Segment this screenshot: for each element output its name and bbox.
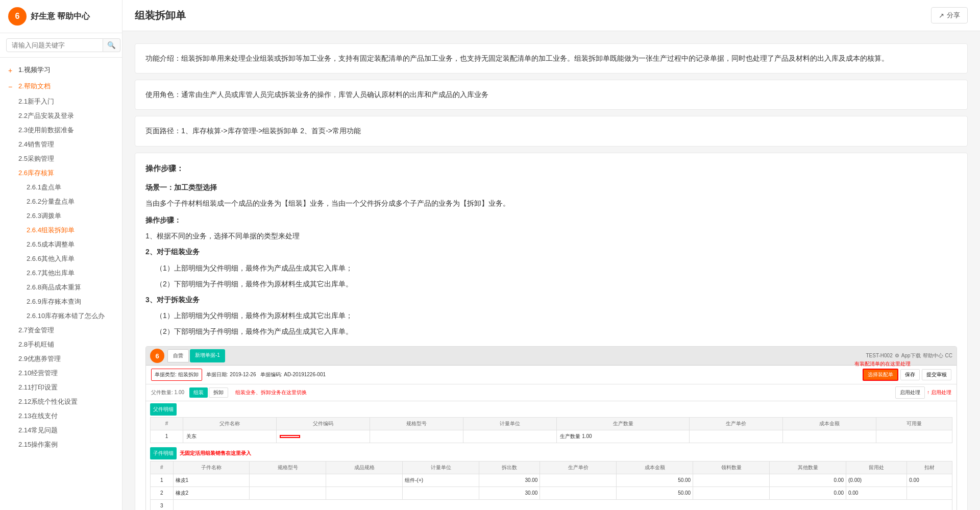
- ss-upper-th-2: 父件编码: [277, 418, 370, 430]
- ss-upper-table: # 父件名称 父件编码 规格型号 计量单位 生产数量 生产单价 成本金额 可用量: [150, 417, 952, 443]
- app-name: 好生意 帮助中心: [31, 11, 90, 22]
- ss-upper-cell-1-1: 关东: [183, 430, 277, 443]
- sidebar-item-print[interactable]: 2.11打印设置: [10, 380, 122, 395]
- step2: 2、对于组装业务: [145, 246, 957, 258]
- sidebar-item-coupon[interactable]: 2.9优惠券管理: [10, 352, 122, 366]
- search-area[interactable]: 🔍: [0, 33, 122, 58]
- ss-upper-redbox: [280, 435, 300, 438]
- sidebar-item-264[interactable]: 2.6.4组装拆卸单: [18, 223, 122, 237]
- sidebar-item-261[interactable]: 2.6.1盘点单: [18, 180, 122, 195]
- ss-lower-header: 子件明细: [150, 447, 177, 459]
- ss-lower-cell-2-6: [540, 487, 617, 500]
- sidebar-item-cases[interactable]: 2.15操作案例: [10, 438, 122, 452]
- nav-deep-26: 2.6.1盘点单 2.6.2分量盘点单 2.6.3调拨单 2.6.4组装拆卸单 …: [10, 180, 122, 323]
- nav-section-1: + 1.视频学习: [0, 62, 122, 78]
- step2-sub2: （2）下部明细为子件明细，最终作为原材料生成其它出库单。: [156, 278, 957, 290]
- ss-upper-cell-1-5: 生产数量 1.00: [557, 430, 690, 443]
- ss-upper-th-5: 生产数量: [557, 418, 690, 430]
- ss-upper-cell-1-2: [277, 430, 370, 443]
- share-button[interactable]: ↗ 分享: [931, 7, 968, 23]
- ss-lower-th-5: 拆出数: [479, 462, 540, 474]
- sidebar-item-269[interactable]: 2.6.9库存账本查询: [18, 295, 122, 309]
- ss-lower-table: # 子件名称 规格型号 成品规格 计量单位 拆出数 生产单价 成本金额 领料数量…: [150, 461, 952, 510]
- sidebar-item-267[interactable]: 2.6.7其他出库单: [18, 266, 122, 280]
- sidebar-item-help[interactable]: − 2.帮助文档: [0, 78, 122, 94]
- sidebar-item-install[interactable]: 2.2产品安装及登录: [10, 109, 122, 123]
- ss-lower-cell-2-11: [907, 487, 952, 500]
- step2-sub1: （1）上部明细为父件明细，最终作为产成品生成其它入库单；: [156, 262, 957, 275]
- ss-type-assemble[interactable]: 组装: [189, 387, 208, 398]
- search-input[interactable]: [6, 38, 103, 52]
- sidebar-item-263[interactable]: 2.6.3调拨单: [18, 209, 122, 223]
- sidebar-item-268[interactable]: 2.6.8商品成本重算: [18, 280, 122, 295]
- logo-area: 6 好生意 帮助中心: [0, 0, 122, 33]
- ss-submit-btn[interactable]: 提交审核: [922, 369, 951, 380]
- ss-confirm-label: 启用处理: [895, 386, 925, 399]
- scenario1-desc: 当由多个子件材料组装成一个成品的业务为【组装】业务，当由一个父件拆分成多个子产品…: [145, 197, 957, 210]
- ops-card: 操作步骤： 场景一：加工类型选择 当由多个子件材料组装成一个成品的业务为【组装】…: [135, 153, 968, 510]
- ss-type-btns: 组装 拆卸: [189, 387, 228, 398]
- role-text: 使用角色：通常由生产人员或库管人员完成拆装业务的操作，库管人员确认原材料的出库和…: [145, 90, 488, 99]
- ss-lower-cell-2-2: [250, 487, 326, 500]
- ss-tabs: 自营 新增单据-1: [167, 349, 225, 362]
- ss-lower-th-2: 规格型号: [250, 462, 326, 474]
- ss-lower-cell-3-rest: [173, 500, 952, 510]
- ss-upper-header: 父件明细: [150, 403, 177, 416]
- sidebar-item-265[interactable]: 2.6.5成本调整单: [18, 237, 122, 252]
- ss-date-label: 单据日期:: [206, 370, 228, 379]
- ss-type-annotation: 组装业务、拆卸业务在这里切换: [235, 388, 307, 397]
- ss-lower-cell-2-5: 30.00: [479, 487, 540, 500]
- ss-type-disassemble[interactable]: 拆卸: [209, 387, 228, 398]
- ss-save-btn[interactable]: 保存: [900, 369, 920, 380]
- ss-upper-cell-1-0: 1: [151, 430, 183, 443]
- ss-tab-new[interactable]: 新增单据-1: [190, 349, 225, 362]
- intro-card: 功能介绍：组装拆卸单用来处理企业组装或拆卸等加工业务，支持有固定装配清单的产品加…: [135, 43, 968, 74]
- sidebar-item-video[interactable]: + 1.视频学习: [0, 62, 122, 78]
- ss-lower-cell-1-4: 组件-(+): [403, 474, 479, 487]
- ss-lower-cell-1-10: (0.00): [846, 474, 906, 487]
- sidebar-item-purchase[interactable]: 2.5采购管理: [10, 152, 122, 166]
- sidebar-item-payment[interactable]: 2.13在线支付: [10, 409, 122, 423]
- ss-lower-th-1: 子件名称: [173, 462, 250, 474]
- scenario1: 场景一：加工类型选择 当由多个子件材料组装成一个成品的业务为【组装】业务，当由一…: [145, 181, 957, 338]
- ss-detail-count: 父件数量: 1.00: [151, 388, 184, 397]
- sidebar-item-label: 2.帮助文档: [18, 82, 51, 91]
- ss-upper-cell-1-4: [463, 430, 557, 443]
- ss-lower-cell-2-4: [403, 487, 479, 500]
- sidebar-item-faq[interactable]: 2.14常见问题: [10, 423, 122, 438]
- sidebar-item-operations[interactable]: 2.10经营管理: [10, 366, 122, 380]
- sidebar-item-sales[interactable]: 2.4销售管理: [10, 137, 122, 152]
- share-label: 分享: [947, 11, 960, 20]
- sidebar-item-mobile[interactable]: 2.8手机旺铺: [10, 337, 122, 352]
- sidebar-item-inventory[interactable]: 2.6库存核算: [10, 166, 122, 180]
- step3-sub2: （2）下部明细为子件明细，最终作为产成品生成其它入库单。: [156, 325, 957, 338]
- step3-sub1: （1）上部明细为父件明细，最终作为原材料生成其它出库单；: [156, 309, 957, 322]
- ss-lower-th-10: 留用处: [846, 462, 906, 474]
- ss-tab-main[interactable]: 自营: [167, 349, 189, 362]
- ss-lower-cell-2-9: 0.00: [770, 487, 846, 500]
- sidebar-item-262[interactable]: 2.6.2分量盘点单: [18, 195, 122, 209]
- steps-title: 操作步骤：: [145, 214, 957, 227]
- main-content: 功能介绍：组装拆卸单用来处理企业组装或拆卸等加工业务，支持有固定装配清单的产品加…: [122, 31, 980, 510]
- sidebar-item-266[interactable]: 2.6.6其他入库单: [18, 252, 122, 266]
- ss-lower-cell-1-3: [326, 474, 403, 487]
- ss-select-btn[interactable]: 选择装配单: [863, 369, 898, 381]
- ss-lower-cell-1-2: [250, 474, 326, 487]
- sidebar-item-newbie[interactable]: 2.1新手入门: [10, 94, 122, 109]
- nav-section-2: − 2.帮助文档 2.1新手入门 2.2产品安装及登录 2.3使用前数据准备 2…: [0, 78, 122, 452]
- ss-date-value: 2019-12-26: [230, 370, 256, 379]
- page-title: 组装拆卸单: [135, 9, 186, 22]
- sidebar-item-2610[interactable]: 2.6.10库存账本错了怎么办: [18, 309, 122, 323]
- sidebar-item-dataprep[interactable]: 2.3使用前数据准备: [10, 123, 122, 137]
- path-card: 页面路径：1、库存核算->库存管理->组装拆卸单 2、首页->常用功能: [135, 116, 968, 146]
- ss-order-type-label: 单据类型: 组装拆卸: [155, 372, 199, 377]
- sidebar-item-label: 1.视频学习: [18, 65, 51, 75]
- logo-icon: 6: [8, 7, 27, 26]
- search-button[interactable]: 🔍: [103, 38, 120, 52]
- sidebar-item-customize[interactable]: 2.12系统个性化设置: [10, 395, 122, 409]
- ss-order-type-box[interactable]: 单据类型: 组装拆卸: [151, 369, 202, 381]
- ss-upper-th-7: 成本金额: [783, 418, 876, 430]
- ss-code-field: 单据编码: AD-20191226-001: [260, 370, 326, 379]
- sidebar-item-finance[interactable]: 2.7资金管理: [10, 323, 122, 337]
- main-area: 组装拆卸单 ↗ 分享 功能介绍：组装拆卸单用来处理企业组装或拆卸等加工业务，支持…: [122, 0, 980, 510]
